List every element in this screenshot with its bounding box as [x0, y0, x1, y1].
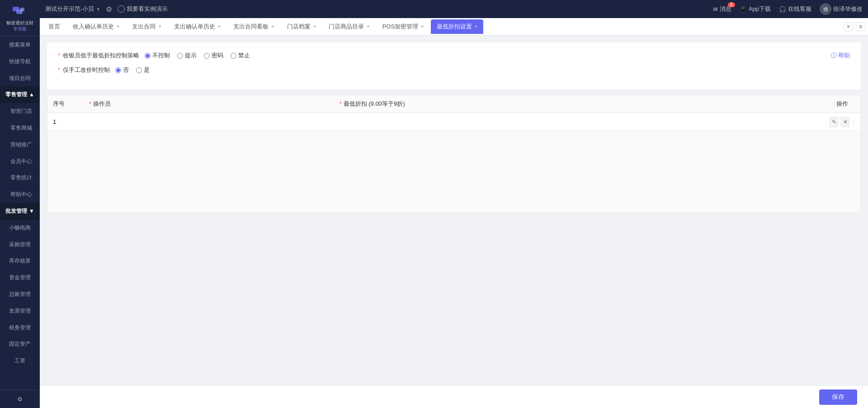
topbar: 测试分开示范-小贝 ▼ ⚙ 我要看实例演示 ✉ 消息 8 📱 App下载 🎧 在… — [40, 0, 868, 18]
td-seq-1: 1 — [47, 115, 84, 129]
cashier-control-label: * 收银员低于最低折扣控制策略 — [58, 52, 139, 60]
radio-password[interactable]: 密码 — [204, 52, 223, 60]
sidebar-item-retail-mall[interactable]: 零售商城 — [0, 120, 40, 136]
tab-home-label: 首页 — [48, 23, 60, 31]
footer: 保存 — [40, 385, 868, 408]
delete-row-button[interactable]: ✕ — [841, 117, 849, 127]
tab-payment-contract-label: 支出合同 — [132, 23, 156, 31]
sidebar-item-purchase[interactable]: 采购管理 — [0, 236, 40, 253]
tab-min-discount-setting[interactable]: 最低折扣设置 × — [431, 19, 483, 34]
demo-circle-icon — [118, 5, 125, 13]
sidebar-item-ecommerce[interactable]: 小畅电商 — [0, 220, 40, 236]
sidebar-item-help-center[interactable]: 帮助中心 — [0, 186, 40, 203]
cashier-control-options: 不控制 提示 密码 禁止 — [145, 52, 250, 60]
tab-payment-confirm-history[interactable]: 支出确认单历史 × — [168, 19, 226, 34]
sidebar-item-tax[interactable]: 税务管理 — [0, 319, 40, 336]
avatar: 徐 — [820, 3, 831, 15]
app-name: 畅捷通好业财 专业版 — [2, 20, 38, 32]
radio-manual-no[interactable]: 否 — [115, 66, 129, 74]
sidebar-item-smart-store[interactable]: 智营门店 — [0, 103, 40, 120]
tab-payment-contract-view-close[interactable]: × — [271, 24, 274, 29]
tab-income-history-close[interactable]: × — [117, 24, 119, 29]
delete-icon: ✕ — [843, 119, 848, 125]
radio-no-control[interactable]: 不控制 — [145, 52, 170, 60]
tab-store-product-catalog-close[interactable]: × — [367, 24, 369, 29]
tab-payment-contract[interactable]: 支出合同 × — [126, 19, 167, 34]
chevron-down-icon: ▼ — [29, 207, 34, 215]
tab-income-history-label: 收入确认单历史 — [73, 23, 114, 31]
tab-income-history[interactable]: 收入确认单历史 × — [67, 19, 125, 34]
sidebar-item-quick-nav[interactable]: 快捷导航 — [0, 53, 40, 70]
tab-payment-confirm-history-close[interactable]: × — [218, 24, 221, 29]
settings-button[interactable]: ⚙ — [0, 390, 40, 408]
sidebar-item-member-center[interactable]: 会员中心 — [0, 153, 40, 170]
tab-payment-contract-close[interactable]: × — [158, 24, 161, 29]
tab-pos-password-label: POS加密管理 — [382, 23, 418, 31]
gear-icon: ⚙ — [17, 396, 23, 403]
sidebar: 畅捷通好业财 专业版 搜索菜单 快捷导航 项目合同 零售管理 ▲ 智营门店 零售… — [0, 0, 40, 408]
sidebar-item-invoice[interactable]: 发票管理 — [0, 303, 40, 319]
headset-icon: 🎧 — [779, 6, 786, 13]
tab-store-product-catalog-label: 门店商品目录 — [329, 23, 364, 31]
drag-handle[interactable]: ⋮ — [852, 117, 855, 127]
tabs-menu-button[interactable]: ≡ — [856, 22, 865, 31]
td-operator-1 — [84, 118, 334, 126]
tab-store-profile-close[interactable]: × — [313, 24, 316, 29]
user-profile[interactable]: 徐 徐泽华修改 — [820, 3, 863, 15]
sidebar-item-inventory[interactable]: 库存核算 — [0, 253, 40, 269]
sidebar-item-search[interactable]: 搜索菜单 — [0, 37, 40, 53]
sidebar-item-general-ledger[interactable]: 总账管理 — [0, 286, 40, 303]
tabs-actions: × ≡ — [844, 22, 865, 31]
tab-payment-contract-view-label: 支出合同看板 — [233, 23, 269, 31]
tab-pos-password-close[interactable]: × — [421, 24, 424, 29]
close-all-tabs-button[interactable]: × — [844, 22, 853, 31]
messages-button[interactable]: ✉ 消息 8 — [713, 5, 731, 13]
sidebar-item-funds[interactable]: 资金管理 — [0, 269, 40, 286]
help-circle-icon: ⓘ — [831, 52, 837, 60]
tab-store-profile[interactable]: 门店档案 × — [281, 19, 322, 34]
radio-remind[interactable]: 提示 — [177, 52, 197, 60]
edit-row-button[interactable]: ✎ — [830, 117, 838, 127]
customer-service-button[interactable]: 🎧 在线客服 — [779, 5, 811, 13]
manual-price-options: 否 是 — [115, 66, 150, 74]
table-empty-area — [47, 131, 860, 212]
cashier-control-row: * 收银员低于最低折扣控制策略 不控制 提示 密码 — [58, 52, 850, 60]
messages-badge: 8 — [728, 2, 735, 7]
tab-home[interactable]: 首页 — [42, 19, 66, 34]
project-name: 测试分开示范-小贝 — [45, 5, 94, 13]
tab-pos-password[interactable]: POS加密管理 × — [377, 19, 430, 34]
tab-store-profile-label: 门店档案 — [287, 23, 311, 31]
manual-price-label: * 仅手工改价时控制 — [58, 66, 110, 74]
tab-payment-contract-view[interactable]: 支出合同看板 × — [227, 19, 280, 34]
radio-forbid[interactable]: 禁止 — [231, 52, 250, 60]
tabs-bar: 首页 收入确认单历史 × 支出合同 × 支出确认单历史 × 支出合同看板 × 门… — [40, 18, 868, 35]
th-discount: * 最低折扣 (9.00等于9折) — [334, 95, 824, 113]
sidebar-item-fixed-assets[interactable]: 固定资产 — [0, 336, 40, 352]
app-download-button[interactable]: 📱 App下载 — [740, 5, 771, 13]
tab-min-discount-setting-close[interactable]: × — [475, 24, 477, 29]
sidebar-item-salary[interactable]: 工资 — [0, 352, 40, 369]
tab-store-product-catalog[interactable]: 门店商品目录 × — [323, 19, 375, 34]
svg-rect-2 — [20, 8, 24, 11]
sidebar-item-wholesale[interactable]: 批发管理 ▼ — [0, 203, 40, 220]
demo-link[interactable]: 我要看实例演示 — [118, 5, 168, 13]
radio-manual-yes[interactable]: 是 — [136, 66, 150, 74]
sidebar-item-retail-stats[interactable]: 零售统计 — [0, 169, 40, 186]
project-selector[interactable]: 测试分开示范-小贝 ▼ — [45, 5, 100, 13]
message-icon: ✉ — [713, 6, 718, 13]
sidebar-item-retail-management[interactable]: 零售管理 ▲ — [0, 86, 40, 103]
th-seq: 序号 — [47, 95, 84, 113]
topbar-settings-icon[interactable]: ⚙ — [106, 5, 112, 14]
sidebar-item-project-contract[interactable]: 项目合同 — [0, 70, 40, 87]
main-area: 测试分开示范-小贝 ▼ ⚙ 我要看实例演示 ✉ 消息 8 📱 App下载 🎧 在… — [40, 0, 868, 408]
discount-table: 序号 * 操作员 * 最低折扣 (9.00等于9折) 操作 1 ✎ — [47, 95, 861, 213]
td-action-1: ✎ ✕ ⋮ — [824, 113, 860, 131]
table-header: 序号 * 操作员 * 最低折扣 (9.00等于9折) 操作 — [47, 95, 860, 113]
table-row: 1 ✎ ✕ ⋮ — [47, 113, 860, 131]
help-link[interactable]: ⓘ 帮助 — [831, 52, 850, 60]
drag-icon: ⋮ — [850, 118, 857, 126]
page-content: * 收银员低于最低折扣控制策略 不控制 提示 密码 — [40, 35, 868, 385]
save-button[interactable]: 保存 — [819, 389, 857, 405]
sidebar-item-marketing[interactable]: 营销推广 — [0, 136, 40, 153]
manual-price-row: * 仅手工改价时控制 否 是 — [58, 66, 850, 74]
